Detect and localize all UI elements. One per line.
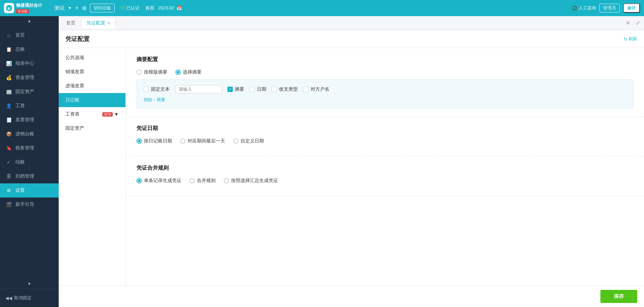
page-content: 凭证配置 ↻ 刷新 公共选项 销项发票 进项发票 [59, 30, 644, 307]
tab-close-icon[interactable]: ✕ [107, 21, 111, 26]
support-button[interactable]: 🎧 人工咨询 [572, 5, 596, 11]
config-menu-payroll[interactable]: 工资表 NEW ▼ [59, 107, 125, 121]
close-tab-button[interactable]: ✕ [625, 18, 632, 28]
stock-icon: 📦 [5, 131, 12, 137]
example-value: 摘要 [157, 97, 165, 102]
date-radio-group: 按日记账日期 对应期间最后一天 自定义日期 [137, 138, 633, 144]
tab-home[interactable]: 首页 [61, 18, 80, 28]
summary-title: 摘要配置 [137, 56, 633, 63]
fund-icon: 💰 [5, 74, 12, 81]
salary-icon: 👤 [5, 102, 12, 109]
radio-custom-date[interactable]: 自定义日期 [233, 138, 264, 144]
sidebar-item-asset[interactable]: 🏢 固定资产 [0, 85, 59, 99]
chart-icon: 📊 [5, 60, 12, 67]
scroll-up-btn[interactable]: ▲ [0, 16, 59, 26]
save-button[interactable]: 保存 [600, 290, 637, 303]
summary-section: 摘要配置 按模版摘要 选择摘要 [126, 48, 644, 117]
cancel-fixed-button[interactable]: ◀◀ 取消固定 [0, 292, 59, 304]
merge-title: 凭证合并规则 [137, 165, 633, 172]
settings-icon[interactable]: ⚙ [82, 5, 87, 11]
tab-voucher-config[interactable]: 凭证配置 ✕ [82, 18, 116, 29]
sidebar-item-invoice[interactable]: 🧾 发票管理 [0, 113, 59, 127]
sidebar-item-settings[interactable]: ⚙ 设置 [0, 183, 59, 198]
radio-single-record[interactable]: 单条记录生成凭证 [137, 178, 181, 184]
date-section: 凭证日期 按日记账日期 对应期间最后一天 [126, 117, 644, 157]
sidebar-nav: ⌂ 首页 📋 总账 📊 报表中心 💰 资金管理 🏢 固定资产 👤 工资 [0, 26, 59, 279]
ledger-icon: 📋 [5, 46, 12, 53]
radio-select-summary[interactable]: 选择摘要 [175, 69, 202, 75]
checkbox-summary[interactable]: ✓ 摘要 [227, 86, 244, 92]
admin-button[interactable]: 管理员 [599, 4, 620, 12]
role-button[interactable]: 会计 [623, 3, 640, 13]
certified-badge: 🛡 已认证 [121, 5, 140, 11]
page-header: 凭证配置 ↻ 刷新 [59, 30, 644, 48]
config-main: 摘要配置 按模版摘要 选择摘要 [126, 48, 644, 286]
headphone-icon: 🎧 [572, 6, 577, 11]
tab-bar: 首页 凭证配置 ✕ ✕ ⤢ [59, 16, 644, 30]
checkbox-payment-type[interactable]: 收支类型 [272, 86, 298, 92]
project-name[interactable]: 测试 [54, 5, 64, 11]
sidebar: ▲ ⌂ 首页 📋 总账 📊 报表中心 💰 资金管理 🏢 固定资产 [0, 16, 59, 307]
sidebar-item-guide[interactable]: 🎬 新手引导 [0, 198, 59, 212]
period-value: 2023-02 [158, 5, 174, 10]
tab-actions: ✕ ⤢ [625, 18, 641, 28]
sidebar-item-home[interactable]: ⌂ 首页 [0, 28, 59, 42]
tax-icon: 🔖 [5, 145, 12, 151]
sidebar-item-tax[interactable]: 🔖 税务管理 [0, 141, 59, 155]
archive-icon: 🗄 [5, 173, 12, 180]
config-menu-public[interactable]: 公共选项 [59, 51, 125, 65]
old-version-button[interactable]: 切到旧版 [90, 4, 115, 12]
new-badge: NEW [102, 112, 113, 117]
sidebar-item-ledger[interactable]: 📋 总账 [0, 42, 59, 56]
checkbox-date[interactable]: 日期 [250, 86, 266, 92]
example-text: 例如：摘要 [144, 97, 626, 103]
period-display: 账期 2023-02 📅 [146, 5, 182, 11]
expand-button[interactable]: ⤢ [634, 18, 641, 28]
logo: 财 畅捷通好会计 专业版 [4, 2, 51, 14]
topbar-right: 🎧 人工咨询 管理员 会计 [572, 3, 640, 13]
radio-merge-rule[interactable]: 合并规则 [190, 178, 216, 184]
sidebar-item-salary[interactable]: 👤 工资 [0, 99, 59, 113]
radio-period-last-day[interactable]: 对应期间最后一天 [180, 138, 225, 144]
page-footer: 保存 [59, 286, 644, 307]
main-layout: ▲ ⌂ 首页 📋 总账 📊 报表中心 💰 资金管理 🏢 固定资产 [0, 16, 644, 307]
refresh-button[interactable]: ↻ 刷新 [624, 36, 637, 42]
dropdown-arrow-icon[interactable]: ▼ [68, 6, 72, 10]
config-layout: 公共选项 销项发票 进项发票 日记账 工资表 NEW [59, 48, 644, 286]
checkbox-counterparty[interactable]: 对方户名 [303, 86, 329, 92]
radio-template-summary[interactable]: 按模版摘要 [137, 69, 167, 75]
sidebar-item-reports[interactable]: 📊 报表中心 [0, 56, 59, 71]
scroll-down-btn[interactable]: ▼ [0, 279, 59, 289]
checkbox-fixed-text[interactable]: 固定文本 [144, 86, 170, 92]
sidebar-item-archive[interactable]: 🗄 归档管理 [0, 169, 59, 183]
date-title: 凭证日期 [137, 125, 633, 132]
radio-journal-date[interactable]: 按日记账日期 [137, 138, 172, 144]
config-menu-sales-invoice[interactable]: 销项发票 [59, 65, 125, 79]
fixed-text-input[interactable] [175, 85, 222, 93]
radio-aggregate[interactable]: 按照选择汇总生成凭证 [224, 178, 278, 184]
close-account-icon: ✓ [5, 159, 12, 166]
guide-icon: 🎬 [5, 201, 12, 208]
logo-sub: 专业版 [16, 9, 29, 13]
merge-section: 凭证合并规则 单条记录生成凭证 合并规则 [126, 157, 644, 196]
sidebar-item-stock[interactable]: 📦 进销台账 [0, 127, 59, 141]
add-icon[interactable]: + [75, 5, 79, 12]
sidebar-item-close[interactable]: ✓ 结账 [0, 155, 59, 169]
merge-radio-group: 单条记录生成凭证 合并规则 按照选择汇总生成凭证 [137, 178, 633, 184]
summary-radio-group: 按模版摘要 选择摘要 [137, 69, 633, 75]
summary-config-box: 固定文本 ✓ 摘要 日期 [137, 79, 633, 108]
sidebar-item-fund[interactable]: 💰 资金管理 [0, 71, 59, 85]
arrow-left-icon: ◀◀ [5, 296, 12, 301]
topbar: 财 畅捷通好会计 专业版 测试 ▼ + ⚙ 切到旧版 🛡 已认证 账期 2023… [0, 0, 644, 16]
config-menu-purchase-invoice[interactable]: 进项发票 [59, 79, 125, 93]
config-menu-fixed-asset[interactable]: 固定资产 [59, 121, 125, 135]
summary-config-row: 固定文本 ✓ 摘要 日期 [144, 85, 626, 93]
sidebar-bottom: ◀◀ 取消固定 [0, 289, 59, 307]
content-area: 首页 凭证配置 ✕ ✕ ⤢ 凭证配置 ↻ 刷新 [59, 16, 644, 307]
shield-icon: 🛡 [121, 6, 125, 11]
svg-text:财: 财 [7, 7, 11, 10]
expand-icon: ▼ [114, 112, 119, 117]
certified-text: 已认证 [126, 5, 140, 11]
settings-icon: ⚙ [5, 187, 12, 194]
config-menu-journal[interactable]: 日记账 [59, 93, 125, 107]
